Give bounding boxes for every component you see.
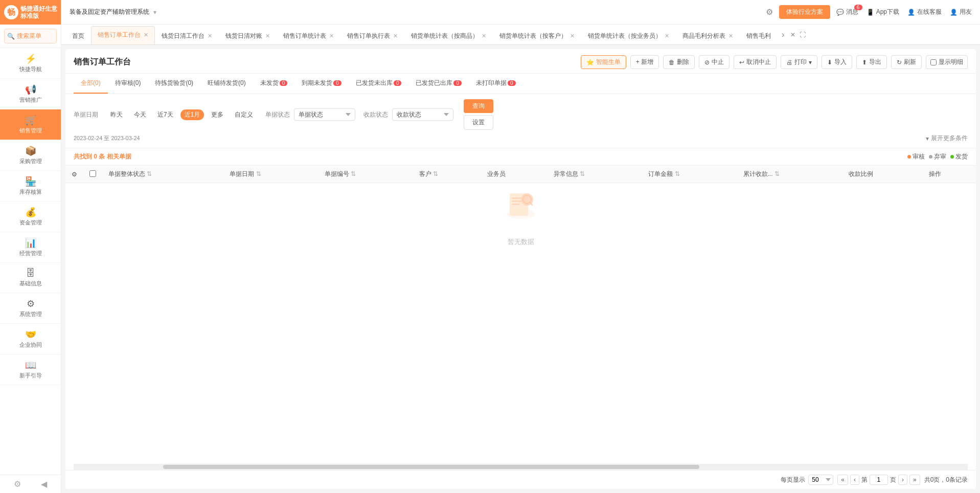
horizontal-scrollbar[interactable]: [74, 464, 968, 470]
sort-customer-icon[interactable]: ⇅: [433, 170, 438, 177]
sidebar-item-marketing[interactable]: 📢 营销推广: [0, 79, 61, 109]
tab-close-sales-stats[interactable]: ✕: [329, 33, 334, 39]
tab-scroll-right[interactable]: ›: [778, 28, 788, 41]
tab-close-sales-single-customer[interactable]: ✕: [570, 33, 575, 39]
logo-text: 畅捷通好生意 标准版: [20, 5, 57, 20]
sidebar: 畅 畅捷通好生意 标准版 🔍 搜索菜单 ⚡ 快捷导航 📢 营销推广 🛒 销售管理…: [0, 0, 61, 493]
tab-cash-reconcile[interactable]: 钱货日清对账 ✕: [219, 27, 277, 44]
sub-tab-not-printed[interactable]: 未打印单据0: [469, 74, 523, 94]
tab-sales-workbench[interactable]: 销售订单工作台 ✕: [91, 26, 155, 44]
expand-filter-btn[interactable]: ▾ 展开更多条件: [926, 134, 968, 143]
tab-cash-daily[interactable]: 钱货日清工作台 ✕: [155, 27, 219, 44]
tab-close-sales-single-staff[interactable]: ✕: [665, 33, 669, 39]
sidebar-item-operation[interactable]: 📊 经营管理: [0, 232, 61, 263]
sidebar-item-purchase[interactable]: 📦 采购管理: [0, 140, 61, 171]
sort-status-icon[interactable]: ⇅: [147, 170, 152, 177]
user-action[interactable]: 👤 用友: [950, 8, 972, 16]
first-page-btn[interactable]: «: [837, 475, 848, 485]
date-btn-yesterday[interactable]: 昨天: [106, 109, 127, 120]
industry-btn[interactable]: 体验行业方案: [779, 5, 830, 19]
payment-select[interactable]: 收款状态: [392, 108, 453, 121]
sub-tab-shipped-not-out[interactable]: 已发货未出库0: [349, 74, 409, 94]
page-size-select[interactable]: 50 10 20 100: [808, 475, 833, 485]
date-btn-custom[interactable]: 自定义: [231, 109, 257, 120]
import-btn[interactable]: ⬇ 导入: [822, 55, 852, 69]
new-btn[interactable]: + 新增: [630, 55, 659, 69]
sidebar-item-enterprise[interactable]: 🤝 企业协同: [0, 324, 61, 354]
sidebar-item-guide[interactable]: 📖 新手引导: [0, 354, 61, 385]
tab-sales-revenue[interactable]: 销售毛利: [740, 27, 778, 44]
sidebar-item-sales[interactable]: 🛒 销售管理: [0, 109, 61, 140]
tab-close-product-margin[interactable]: ✕: [728, 33, 733, 39]
pause-btn[interactable]: ⊘ 中止: [699, 55, 730, 69]
sub-tab-pending-inspect[interactable]: 待拣货验货(0): [148, 74, 200, 94]
print-btn[interactable]: 🖨 打印 ▾: [781, 55, 817, 69]
tab-product-margin[interactable]: 商品毛利分析表 ✕: [676, 27, 740, 44]
sub-tab-wangpu[interactable]: 旺铺待发货(0): [200, 74, 253, 94]
tab-sales-exec[interactable]: 销售订单执行表 ✕: [340, 27, 404, 44]
sort-date-icon[interactable]: ⇅: [256, 170, 261, 177]
scrollbar-thumb[interactable]: [163, 465, 699, 469]
display-detail-toggle[interactable]: 显示明细: [926, 55, 968, 69]
th-actions: 操作: [923, 166, 976, 183]
tab-sales-single-staff[interactable]: 销货单统计表（按业务员） ✕: [581, 27, 676, 44]
sidebar-item-quick-nav[interactable]: ⚡ 快捷导航: [0, 48, 61, 79]
refresh-btn[interactable]: ↻ 刷新: [891, 55, 922, 69]
date-btn-1month[interactable]: 近1月: [180, 109, 204, 120]
set-btn[interactable]: 设置: [464, 115, 493, 130]
sort-abnormal-icon[interactable]: ⇅: [580, 170, 585, 177]
ship-action-btn[interactable]: 发货: [950, 152, 968, 161]
display-detail-checkbox[interactable]: [930, 59, 937, 65]
tab-close-cash-daily[interactable]: ✕: [208, 33, 212, 39]
date-btn-7days[interactable]: 近7天: [153, 109, 177, 120]
next-page-btn[interactable]: ›: [898, 475, 907, 485]
tab-close-sales-exec[interactable]: ✕: [393, 33, 398, 39]
tab-close-sales-workbench[interactable]: ✕: [144, 32, 148, 38]
status-select[interactable]: 单据状态: [294, 108, 355, 121]
tab-home[interactable]: 首页: [65, 27, 91, 44]
delete-btn[interactable]: 🗑 删除: [663, 55, 695, 69]
online-service-action[interactable]: 👤 在线客服: [907, 8, 942, 16]
review-action-btn[interactable]: 审核: [907, 152, 925, 161]
tab-sales-single-customer[interactable]: 销货单统计表（按客户） ✕: [493, 27, 581, 44]
cancel-review-action-btn[interactable]: 弃审: [929, 152, 946, 161]
prev-page-btn[interactable]: ‹: [850, 475, 859, 485]
tab-sales-stats[interactable]: 销售订单统计表 ✕: [277, 27, 340, 44]
sub-tab-overdue[interactable]: 到期未发货0: [294, 74, 349, 94]
search-menu-button[interactable]: 🔍 搜索菜单: [4, 29, 57, 43]
tab-sales-single-product[interactable]: 销货单统计表（按商品） ✕: [404, 27, 493, 44]
sort-number-icon[interactable]: ⇅: [351, 170, 356, 177]
sidebar-item-base[interactable]: 🗄 基础信息: [0, 263, 61, 293]
page-input[interactable]: [870, 475, 888, 485]
app-download-action[interactable]: 📱 App下载: [867, 8, 899, 16]
settings-bottom-btn[interactable]: ⚙: [14, 479, 21, 489]
sidebar-item-system[interactable]: ⚙ 系统管理: [0, 293, 61, 324]
tab-expand-btn[interactable]: ⛶: [797, 29, 808, 40]
last-page-btn[interactable]: »: [909, 475, 920, 485]
sub-tab-all[interactable]: 全部(0): [74, 74, 108, 94]
sub-tab-pending-review[interactable]: 待审核(0): [108, 74, 148, 94]
date-btn-more[interactable]: 更多: [207, 109, 227, 120]
sort-amount-icon[interactable]: ⇅: [675, 170, 680, 177]
sidebar-item-inventory[interactable]: 🏪 库存核算: [0, 171, 61, 201]
header-settings-icon[interactable]: ⚙: [766, 7, 773, 17]
cancel-pause-btn[interactable]: ↩ 取消中止: [734, 55, 777, 69]
smart-create-btn[interactable]: ⭐ 智能生单: [581, 55, 626, 69]
tab-close-sales-single-product[interactable]: ✕: [482, 33, 486, 39]
query-btn[interactable]: 查询: [464, 99, 493, 113]
sidebar-item-finance[interactable]: 💰 资金管理: [0, 201, 61, 232]
tab-pin-btn[interactable]: ✕: [788, 29, 797, 40]
sub-tab-shipped-out[interactable]: 已发货已出库0: [408, 74, 469, 94]
sort-collected-icon[interactable]: ⇅: [774, 170, 780, 177]
tab-close-cash-reconcile[interactable]: ✕: [265, 33, 270, 39]
sub-tab-not-shipped[interactable]: 未发货0: [253, 74, 295, 94]
th-checkbox[interactable]: [83, 166, 102, 183]
select-all-checkbox[interactable]: [89, 170, 96, 177]
title-dropdown-icon[interactable]: ▾: [153, 9, 156, 16]
th-settings[interactable]: ⚙: [65, 166, 83, 183]
collapse-sidebar-btn[interactable]: ◀: [41, 479, 47, 489]
date-btn-today[interactable]: 今天: [130, 109, 150, 120]
export-btn[interactable]: ⬆ 导出: [856, 55, 887, 69]
th-ratio: 收款比例: [842, 166, 922, 183]
message-action[interactable]: 💬 6 消息: [836, 8, 858, 16]
